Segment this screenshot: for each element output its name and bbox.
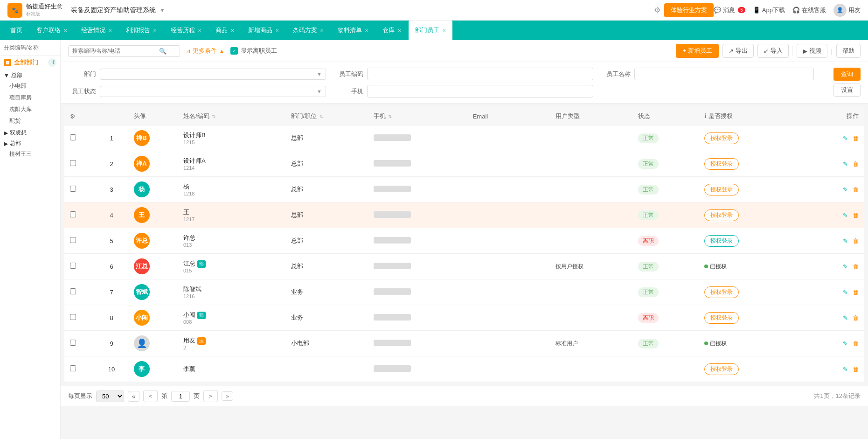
nav-item-new-goods[interactable]: 新增商品 ✕ — [242, 21, 285, 40]
edit-icon[interactable]: ✎ — [843, 289, 848, 296]
edit-icon[interactable]: ✎ — [843, 186, 848, 193]
dropdown-arrow-icon[interactable]: ▼ — [160, 7, 165, 14]
app-download-button[interactable]: 📱 App下载 — [753, 6, 785, 14]
col-name[interactable]: 姓名/编码 ⇅ — [178, 107, 285, 125]
next-page-button[interactable]: ＞ — [203, 390, 218, 402]
row-auth[interactable]: 授权登录 — [699, 228, 798, 254]
nav-item-barcode[interactable]: 条码方案 ✕ — [286, 21, 330, 40]
prev-page-button[interactable]: ＜ — [143, 390, 158, 402]
nav-item-operation[interactable]: 经营情况 ✕ — [75, 21, 118, 40]
auth-login-button[interactable]: 授权登录 — [704, 184, 739, 195]
nav-item-warehouse[interactable]: 仓库 ✕ — [376, 21, 408, 40]
auth-login-button-teal[interactable]: 授权登录 — [704, 235, 739, 247]
close-icon[interactable]: ✕ — [198, 28, 201, 33]
add-employee-button[interactable]: + 新增员工 — [676, 44, 718, 58]
nav-item-goods[interactable]: 商品 ✕ — [209, 21, 241, 40]
online-service-button[interactable]: 🎧 在线客服 — [792, 6, 826, 14]
delete-icon[interactable]: 🗑 — [853, 135, 859, 142]
row-checkbox[interactable] — [64, 331, 95, 356]
row-checkbox[interactable] — [64, 356, 95, 382]
edit-icon[interactable]: ✎ — [843, 314, 848, 321]
last-page-button[interactable]: » — [222, 391, 233, 401]
dept-dropdown[interactable]: ▼ — [100, 69, 326, 80]
emp-name-input[interactable] — [634, 68, 814, 80]
sidebar-item-shenyang[interactable]: 沈阳大库 — [0, 104, 60, 115]
close-icon[interactable]: ✕ — [63, 28, 67, 33]
row-auth[interactable]: 授权登录 — [699, 356, 798, 382]
edit-icon[interactable]: ✎ — [843, 263, 848, 270]
edit-icon[interactable]: ✎ — [843, 135, 848, 142]
auth-login-button[interactable]: 授权登录 — [704, 312, 739, 324]
delete-icon[interactable]: 🗑 — [853, 212, 859, 219]
row-checkbox[interactable] — [64, 177, 95, 202]
sidebar-group-zongbu2[interactable]: ▶ 总部 — [0, 138, 60, 148]
row-auth[interactable]: 授权登录 — [699, 125, 798, 151]
row-auth[interactable]: 授权登录 — [699, 151, 798, 177]
close-icon[interactable]: ✕ — [320, 28, 324, 33]
edit-icon[interactable]: ✎ — [843, 340, 848, 347]
delete-icon[interactable]: 🗑 — [853, 160, 859, 167]
page-number-input[interactable] — [171, 391, 190, 402]
col-settings[interactable]: ⚙ — [64, 107, 95, 125]
delete-icon[interactable]: 🗑 — [853, 340, 859, 347]
sidebar-item-project[interactable]: 项目库房 — [0, 92, 60, 104]
sidebar-group-shuangxiang[interactable]: ▶ 双虞想 — [0, 127, 60, 138]
phone-input[interactable] — [367, 85, 593, 98]
row-auth[interactable]: 授权登录 — [699, 305, 798, 331]
close-icon[interactable]: ✕ — [153, 28, 157, 33]
view-button[interactable]: ▶ 视频 — [797, 44, 827, 58]
row-auth[interactable]: 已授权 — [699, 331, 798, 356]
import-button[interactable]: ↙ 导入 — [757, 44, 789, 58]
edit-icon[interactable]: ✎ — [843, 160, 848, 167]
delete-icon[interactable]: 🗑 — [853, 186, 859, 193]
nav-item-profit[interactable]: 利润报告 ✕ — [119, 21, 163, 40]
query-button[interactable]: 查询 — [833, 68, 861, 81]
row-checkbox[interactable] — [64, 254, 95, 279]
delete-icon[interactable]: 🗑 — [853, 314, 859, 321]
sidebar-search-input[interactable] — [4, 44, 61, 51]
row-checkbox[interactable] — [64, 151, 95, 177]
sidebar-item-xiaodian[interactable]: 小电部 — [0, 80, 60, 92]
delete-icon[interactable]: 🗑 — [853, 366, 859, 373]
status-dropdown[interactable]: ▼ — [100, 86, 326, 97]
close-icon[interactable]: ✕ — [108, 28, 112, 33]
delete-icon[interactable]: 🗑 — [853, 289, 859, 296]
nav-item-customer[interactable]: 客户联络 ✕ — [30, 21, 74, 40]
auth-login-button[interactable]: 授权登录 — [704, 132, 739, 144]
close-icon[interactable]: ✕ — [275, 28, 279, 33]
row-checkbox[interactable] — [64, 305, 95, 331]
delete-icon[interactable]: 🗑 — [853, 237, 859, 244]
settings-button[interactable]: ⚙ — [654, 6, 660, 14]
close-icon[interactable]: ✕ — [230, 28, 234, 33]
collapse-button[interactable]: 《 — [48, 58, 56, 67]
nav-item-employee[interactable]: 部门员工 ✕ — [409, 21, 452, 40]
edit-icon[interactable]: ✎ — [843, 366, 848, 373]
sidebar-item-zhishu[interactable]: 植树王三 — [0, 148, 60, 160]
search-input[interactable] — [72, 48, 156, 54]
close-icon[interactable]: ✕ — [442, 28, 446, 33]
row-checkbox[interactable] — [64, 228, 95, 254]
export-button[interactable]: ↗ 导出 — [722, 44, 754, 58]
row-auth[interactable]: 授权登录 — [699, 202, 798, 228]
message-button[interactable]: 💬 消息 5 — [714, 6, 745, 14]
sidebar-item-peihuo[interactable]: 配货 — [0, 115, 60, 127]
auth-login-button[interactable]: 授权登录 — [704, 209, 739, 221]
edit-icon[interactable]: ✎ — [843, 212, 848, 219]
help-button[interactable]: 帮助 — [836, 44, 861, 58]
row-checkbox[interactable] — [64, 202, 95, 228]
sidebar-all-dept[interactable]: ▦ 全部部门 《 — [0, 56, 60, 70]
auth-login-button[interactable]: 授权登录 — [704, 286, 739, 298]
col-dept[interactable]: 部门/职位 ⇅ — [285, 107, 368, 125]
close-icon[interactable]: ✕ — [397, 28, 401, 33]
user-menu[interactable]: 👤 用友 — [833, 4, 861, 17]
sidebar-group-zongbu[interactable]: ▼ 总部 — [0, 70, 60, 80]
emp-code-input[interactable] — [367, 68, 593, 80]
delete-icon[interactable]: 🗑 — [853, 263, 859, 270]
setting-button[interactable]: 设置 — [833, 84, 861, 97]
auth-login-button[interactable]: 授权登录 — [704, 363, 739, 375]
row-auth[interactable]: 授权登录 — [699, 279, 798, 305]
nav-item-history[interactable]: 经营历程 ✕ — [164, 21, 208, 40]
show-resigned-checkbox[interactable]: ✓ 显示离职员工 — [230, 47, 277, 55]
edit-icon[interactable]: ✎ — [843, 237, 848, 244]
trial-button[interactable]: 体验行业方案 — [664, 3, 714, 17]
